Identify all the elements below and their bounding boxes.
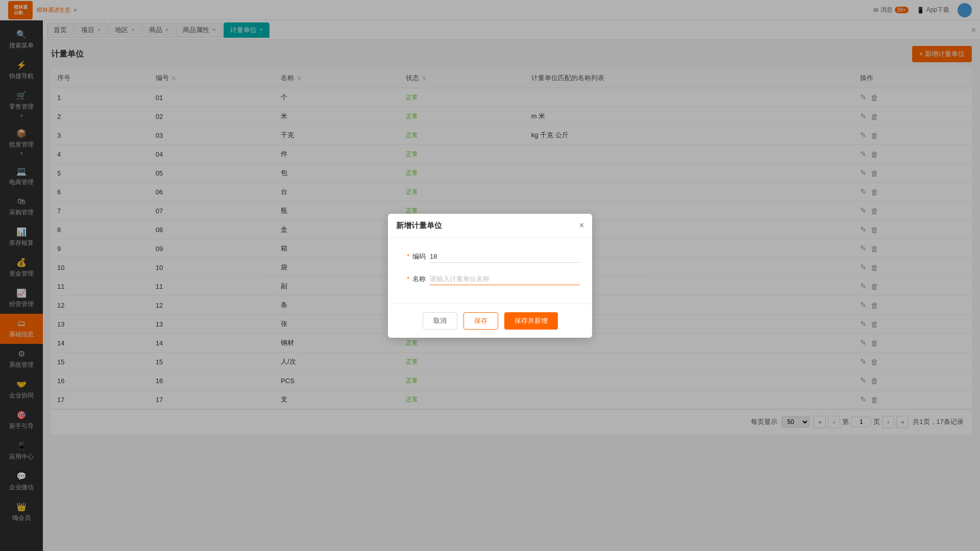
modal-footer: 取消 保存 保存并新增 [388,304,592,338]
modal-title: 新增计量单位 [396,221,442,231]
code-label: * 编码 [400,252,426,261]
modal-body: * 编码 * 名称 [388,238,592,304]
modal-header: 新增计量单位 × [388,214,592,238]
name-input[interactable] [430,273,580,285]
cancel-button[interactable]: 取消 [423,312,457,330]
name-required-star: * [407,275,409,283]
form-row-code: * 编码 [400,251,580,263]
save-button[interactable]: 保存 [463,312,498,330]
modal-overlay[interactable]: 新增计量单位 × * 编码 * 名称 取消 保存 保存并新增 [0,0,980,551]
add-measure-unit-modal: 新增计量单位 × * 编码 * 名称 取消 保存 保存并新增 [388,214,592,338]
name-label: * 名称 [400,274,426,284]
save-and-new-button[interactable]: 保存并新增 [504,312,558,330]
form-row-name: * 名称 [400,273,580,285]
code-required-star: * [407,253,409,260]
code-input[interactable] [430,251,580,263]
modal-close-btn[interactable]: × [579,221,584,230]
